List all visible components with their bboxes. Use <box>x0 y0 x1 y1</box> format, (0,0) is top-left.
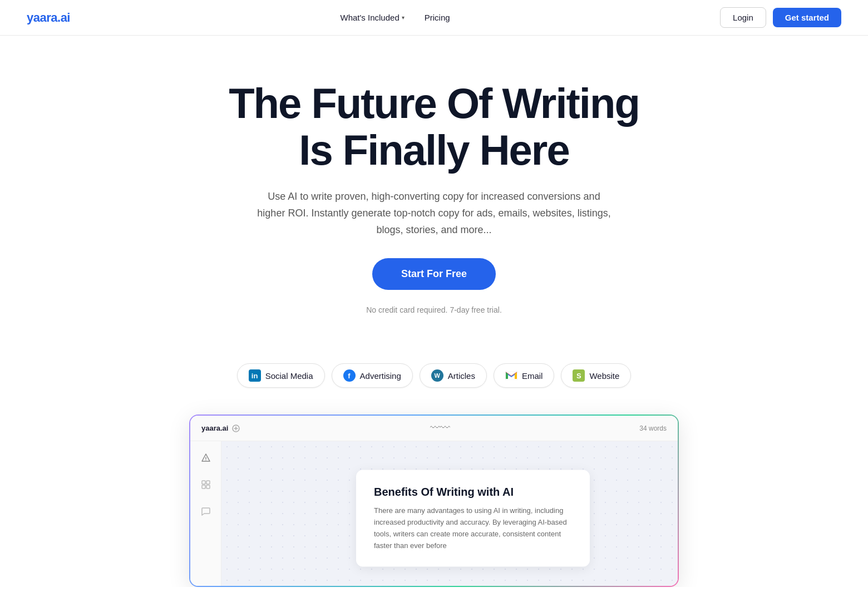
logo-text: yaara.ai <box>27 11 70 24</box>
hero-note: No credit card required. 7-day free tria… <box>366 305 502 314</box>
logo[interactable]: yaara.ai <box>27 11 70 25</box>
nav-whats-included[interactable]: What's Included ▾ <box>332 8 412 27</box>
hero-section: The Future Of Writing Is Finally Here Us… <box>184 36 684 363</box>
facebook-icon: f <box>343 369 356 382</box>
svg-rect-6 <box>206 485 210 489</box>
app-content-area: Benefits Of Writing with AI There are ma… <box>221 441 678 586</box>
app-topbar: yaara.ai 〰〰 34 words <box>190 416 678 441</box>
gmail-icon <box>505 369 517 382</box>
pill-email[interactable]: Email <box>494 363 555 388</box>
get-started-button[interactable]: Get started <box>773 8 841 27</box>
content-card-text: There are many advantages to using AI in… <box>374 505 572 551</box>
svg-point-2 <box>205 460 206 461</box>
nav-actions: Login Get started <box>720 7 841 28</box>
word-count: 34 words <box>639 425 667 432</box>
pill-social-media[interactable]: in Social Media <box>237 363 325 388</box>
nav-links: What's Included ▾ Pricing <box>332 8 457 27</box>
app-preview-wrapper: yaara.ai 〰〰 34 words <box>0 415 868 587</box>
pill-website[interactable]: S Website <box>561 363 631 388</box>
svg-rect-4 <box>206 481 210 484</box>
app-preview: yaara.ai 〰〰 34 words <box>189 415 679 587</box>
wordpress-icon: W <box>431 369 443 382</box>
sidebar-chat-icon[interactable] <box>198 504 214 519</box>
app-sidebar <box>190 441 221 586</box>
hero-title: The Future Of Writing Is Finally Here <box>210 80 658 173</box>
linkedin-icon: in <box>249 369 261 382</box>
app-logo: yaara.ai <box>201 424 240 433</box>
hero-subtitle: Use AI to write proven, high-converting … <box>256 189 612 238</box>
login-button[interactable]: Login <box>720 7 766 28</box>
chevron-down-icon: ▾ <box>402 14 405 21</box>
navbar: yaara.ai What's Included ▾ Pricing Login… <box>0 0 868 36</box>
shopify-icon: S <box>573 369 585 382</box>
app-topbar-center: 〰〰 <box>430 422 450 434</box>
nav-pricing[interactable]: Pricing <box>417 8 458 27</box>
content-card: Benefits Of Writing with AI There are ma… <box>356 470 590 567</box>
pill-articles[interactable]: W Articles <box>420 363 487 388</box>
category-pills: in Social Media f Advertising W Articles… <box>0 363 868 388</box>
svg-rect-3 <box>202 481 205 484</box>
sidebar-grid-icon[interactable] <box>198 477 214 492</box>
app-body: Benefits Of Writing with AI There are ma… <box>190 441 678 586</box>
pill-advertising[interactable]: f Advertising <box>332 363 413 388</box>
sidebar-alert-icon[interactable] <box>198 450 214 466</box>
ai-icon <box>231 424 240 433</box>
svg-rect-5 <box>202 485 205 489</box>
wave-icon: 〰〰 <box>430 422 450 434</box>
content-card-title: Benefits Of Writing with AI <box>374 486 572 499</box>
start-for-free-button[interactable]: Start For Free <box>372 258 496 290</box>
